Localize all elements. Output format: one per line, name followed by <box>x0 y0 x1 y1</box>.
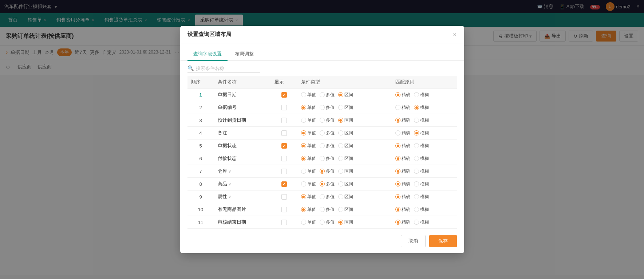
table-row: 2单据编号单值多值区间精确模糊 <box>187 101 457 114</box>
table-row: 10有无商品图片单值多值区间精确模糊 <box>187 203 457 216</box>
match-radio-exact[interactable]: 精确 <box>395 168 410 174</box>
match-radio-fuzzy[interactable]: 模糊 <box>414 219 429 225</box>
match-radio-exact[interactable]: 精确 <box>395 194 410 200</box>
match-radio-fuzzy[interactable]: 模糊 <box>414 156 429 162</box>
type-radio-range[interactable]: 区间 <box>338 143 353 149</box>
radio-circle-multi <box>320 92 325 97</box>
type-radio-single[interactable]: 单值 <box>301 181 316 187</box>
row-show-checkbox[interactable] <box>271 165 297 178</box>
type-radio-multi[interactable]: 多值 <box>320 207 335 213</box>
match-radio-exact[interactable]: 精确 <box>395 130 410 136</box>
type-radio-single[interactable]: 单值 <box>301 92 316 98</box>
row-show-checkbox[interactable] <box>271 140 297 152</box>
show-checkbox[interactable] <box>281 92 287 98</box>
save-button[interactable]: 保存 <box>429 235 457 247</box>
row-show-checkbox[interactable] <box>271 190 297 203</box>
type-radio-single[interactable]: 单值 <box>301 105 316 111</box>
match-radio-fuzzy[interactable]: 模糊 <box>414 168 429 174</box>
type-radio-single[interactable]: 单值 <box>301 194 316 200</box>
type-radio-multi[interactable]: 多值 <box>320 143 335 149</box>
dialog-footer: 取消 保存 <box>180 229 464 253</box>
row-match: 精确模糊 <box>392 178 457 190</box>
type-radio-multi[interactable]: 多值 <box>320 181 335 187</box>
type-radio-range[interactable]: 区间 <box>338 219 353 225</box>
show-checkbox[interactable] <box>281 118 287 123</box>
type-radio-range[interactable]: 区间 <box>338 207 353 213</box>
radio-circle-exact <box>395 207 400 212</box>
type-radio-multi[interactable]: 多值 <box>320 92 335 98</box>
type-radio-single[interactable]: 单值 <box>301 168 316 174</box>
type-radio-range[interactable]: 区间 <box>338 105 353 111</box>
type-radio-range[interactable]: 区间 <box>338 168 353 174</box>
type-radio-multi[interactable]: 多值 <box>320 105 335 111</box>
type-radio-single[interactable]: 单值 <box>301 117 316 123</box>
row-show-checkbox[interactable] <box>271 216 297 229</box>
match-radio-exact[interactable]: 精确 <box>395 219 410 225</box>
type-radio-range[interactable]: 区间 <box>338 117 353 123</box>
row-show-checkbox[interactable] <box>271 178 297 190</box>
type-radio-multi[interactable]: 多值 <box>320 194 335 200</box>
type-radio-range[interactable]: 区间 <box>338 92 353 98</box>
show-checkbox[interactable] <box>281 169 287 174</box>
radio-circle-multi <box>320 130 325 135</box>
tab-layout-adjust[interactable]: 布局调整 <box>229 48 260 61</box>
expand-icon[interactable]: ∨ <box>228 194 231 199</box>
show-checkbox[interactable] <box>281 156 287 161</box>
type-radio-range[interactable]: 区间 <box>338 194 353 200</box>
expand-icon[interactable]: ∨ <box>228 182 231 186</box>
row-show-checkbox[interactable] <box>271 203 297 216</box>
match-radio-fuzzy[interactable]: 模糊 <box>414 181 429 187</box>
match-radio-exact[interactable]: 精确 <box>395 105 410 111</box>
match-radio-exact[interactable]: 精确 <box>395 207 410 213</box>
type-radio-single[interactable]: 单值 <box>301 130 316 136</box>
match-radio-exact[interactable]: 精确 <box>395 92 410 98</box>
type-radio-range[interactable]: 区间 <box>338 130 353 136</box>
match-radio-fuzzy[interactable]: 模糊 <box>414 143 429 149</box>
match-radio-fuzzy[interactable]: 模糊 <box>414 117 429 123</box>
type-radio-multi[interactable]: 多值 <box>320 219 335 225</box>
cancel-button[interactable]: 取消 <box>401 235 426 247</box>
expand-icon[interactable]: ∨ <box>228 169 231 174</box>
match-radio-fuzzy[interactable]: 模糊 <box>414 105 429 111</box>
row-show-checkbox[interactable] <box>271 127 297 140</box>
row-match: 精确模糊 <box>392 203 457 216</box>
type-radio-multi[interactable]: 多值 <box>320 117 335 123</box>
show-checkbox[interactable] <box>281 130 287 136</box>
type-radio-multi[interactable]: 多值 <box>320 156 335 162</box>
show-checkbox[interactable] <box>281 105 287 110</box>
match-radio-exact[interactable]: 精确 <box>395 156 410 162</box>
match-radio-fuzzy[interactable]: 模糊 <box>414 194 429 200</box>
type-radio-single[interactable]: 单值 <box>301 219 316 225</box>
type-radio-single[interactable]: 单值 <box>301 156 316 162</box>
row-show-checkbox[interactable] <box>271 101 297 114</box>
row-show-checkbox[interactable] <box>271 89 297 101</box>
show-checkbox[interactable] <box>281 194 287 200</box>
type-radio-multi[interactable]: 多值 <box>320 130 335 136</box>
match-radio-fuzzy[interactable]: 模糊 <box>414 130 429 136</box>
show-checkbox[interactable] <box>281 220 287 225</box>
show-checkbox[interactable] <box>281 143 287 149</box>
row-show-checkbox[interactable] <box>271 152 297 165</box>
conditions-table: 顺序 条件名称 显示 条件类型 匹配原则 1单据日期单值多值区间精确模糊2单据编… <box>187 76 457 229</box>
type-radio-multi[interactable]: 多值 <box>320 168 335 174</box>
match-radio-exact[interactable]: 精确 <box>395 181 410 187</box>
show-checkbox[interactable] <box>281 207 287 212</box>
match-radio-fuzzy[interactable]: 模糊 <box>414 207 429 213</box>
dialog-close-button[interactable]: × <box>453 31 457 38</box>
row-seq: 1 <box>187 89 214 101</box>
match-radio-exact[interactable]: 精确 <box>395 143 410 149</box>
radio-circle-fuzzy <box>414 207 419 212</box>
match-radio-fuzzy[interactable]: 模糊 <box>414 92 429 98</box>
type-radio-single[interactable]: 单值 <box>301 207 316 213</box>
search-input[interactable] <box>196 66 254 71</box>
type-radio-range[interactable]: 区间 <box>338 181 353 187</box>
dialog-title: 设置查询区域布局 <box>187 31 231 38</box>
tab-query-fields[interactable]: 查询字段设置 <box>187 48 228 61</box>
row-show-checkbox[interactable] <box>271 114 297 127</box>
type-radio-range[interactable]: 区间 <box>338 156 353 162</box>
match-radio-exact[interactable]: 精确 <box>395 117 410 123</box>
radio-circle-exact <box>395 118 400 123</box>
type-radio-single[interactable]: 单值 <box>301 143 316 149</box>
radio-circle-multi <box>320 143 325 148</box>
show-checkbox[interactable] <box>281 181 287 187</box>
